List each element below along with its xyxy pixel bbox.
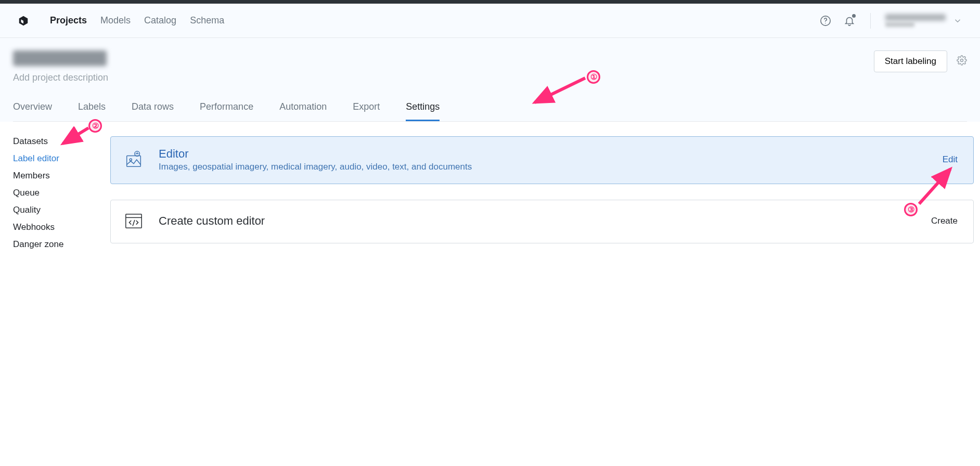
user-name-redacted — [885, 14, 946, 21]
tab-performance[interactable]: Performance — [200, 99, 253, 121]
sidebar-item-quality[interactable]: Quality — [13, 205, 94, 215]
sidebar-item-danger-zone[interactable]: Danger zone — [13, 239, 94, 250]
editor-card-text: Editor Images, geospatial imagery, medic… — [159, 147, 928, 172]
project-tabs: Overview Labels Data rows Performance Au… — [13, 99, 967, 122]
app-header: Projects Models Catalog Schema — [0, 4, 980, 38]
svg-line-10 — [919, 169, 950, 204]
sidebar-item-members[interactable]: Members — [13, 171, 94, 181]
svg-line-4 — [63, 128, 88, 144]
edit-button[interactable]: Edit — [943, 154, 958, 165]
tab-data-rows[interactable]: Data rows — [132, 99, 174, 121]
editor-card-subtitle: Images, geospatial imagery, medical imag… — [159, 162, 928, 172]
annotation-arrow-2 — [60, 126, 91, 147]
custom-editor-title: Create custom editor — [159, 214, 917, 228]
nav-projects[interactable]: Projects — [50, 15, 87, 26]
annotation-arrow-1 — [531, 75, 587, 107]
start-labeling-button[interactable]: Start labeling — [874, 50, 947, 72]
settings-main: Editor Images, geospatial imagery, medic… — [110, 136, 974, 250]
project-title-redacted — [13, 50, 107, 66]
svg-point-2 — [961, 59, 963, 62]
project-header: Add project description Start labeling O… — [0, 38, 980, 122]
svg-point-6 — [130, 159, 132, 161]
svg-rect-8 — [126, 214, 141, 228]
editor-card[interactable]: Editor Images, geospatial imagery, medic… — [110, 136, 974, 184]
svg-rect-5 — [127, 156, 141, 166]
tab-labels[interactable]: Labels — [78, 99, 106, 121]
browser-top-bar — [0, 0, 980, 4]
help-icon[interactable] — [819, 15, 832, 27]
editor-card-title: Editor — [159, 147, 928, 161]
settings-body: Datasets Label editor Members Queue Qual… — [0, 122, 980, 264]
user-menu[interactable] — [885, 14, 962, 27]
gear-icon[interactable] — [957, 55, 967, 68]
header-actions — [819, 13, 962, 29]
tab-export[interactable]: Export — [353, 99, 380, 121]
chevron-down-icon — [953, 16, 962, 25]
logo-icon[interactable] — [18, 15, 29, 27]
user-org-redacted — [885, 22, 914, 27]
primary-nav: Projects Models Catalog Schema — [50, 15, 224, 26]
tab-automation[interactable]: Automation — [279, 99, 327, 121]
sidebar-item-queue[interactable]: Queue — [13, 188, 94, 198]
annotation-marker-3: ③ — [904, 203, 918, 216]
svg-point-1 — [825, 22, 826, 23]
create-button[interactable]: Create — [931, 216, 958, 226]
annotation-marker-2: ② — [88, 119, 102, 133]
nav-catalog[interactable]: Catalog — [144, 15, 176, 26]
nav-schema[interactable]: Schema — [190, 15, 224, 26]
sidebar-item-label-editor[interactable]: Label editor — [13, 153, 94, 164]
editor-icon — [123, 149, 144, 170]
project-description-placeholder[interactable]: Add project description — [13, 72, 108, 83]
notifications-icon[interactable] — [843, 15, 856, 27]
settings-sidebar: Datasets Label editor Members Queue Qual… — [13, 136, 94, 250]
annotation-marker-1: ① — [587, 70, 600, 84]
custom-editor-card-text: Create custom editor — [159, 214, 917, 228]
annotation-arrow-3 — [914, 165, 956, 206]
tab-settings[interactable]: Settings — [406, 99, 440, 121]
divider — [870, 13, 871, 29]
sidebar-item-webhooks[interactable]: Webhooks — [13, 222, 94, 232]
custom-editor-card[interactable]: Create custom editor Create — [110, 200, 974, 243]
nav-models[interactable]: Models — [100, 15, 131, 26]
svg-line-3 — [535, 78, 585, 102]
code-icon — [123, 211, 144, 231]
tab-overview[interactable]: Overview — [13, 99, 52, 121]
